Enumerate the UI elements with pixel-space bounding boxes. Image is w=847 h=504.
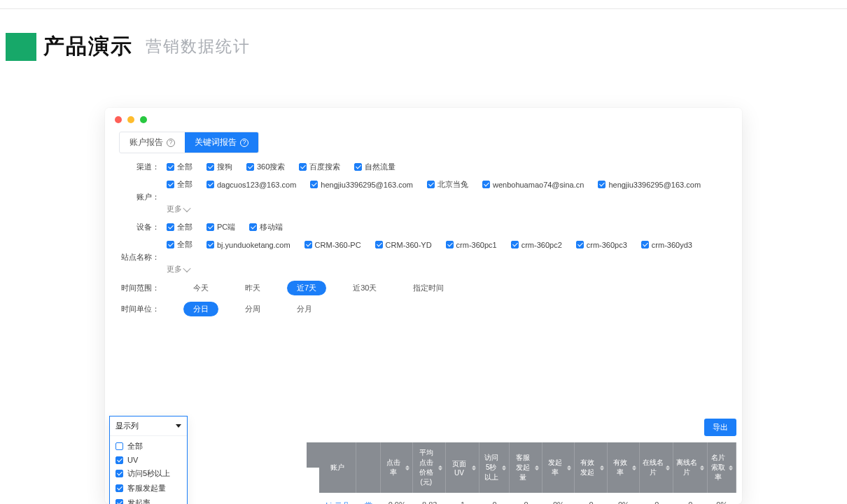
close-icon[interactable]: [115, 116, 122, 123]
checkbox-icon: [375, 241, 383, 248]
table-header[interactable]: 页面UV: [446, 442, 479, 493]
table-header-label: 账户: [330, 463, 344, 472]
filter-option-label: dagcuos123@163.com: [217, 181, 296, 189]
checkbox-icon: [304, 241, 312, 248]
pill-option[interactable]: 今天: [183, 281, 218, 295]
filter-label: 时间单位：: [119, 304, 160, 314]
filter-option-label: bj.yunduoketang.com: [217, 241, 290, 249]
brand-block: [6, 33, 36, 61]
maximize-icon[interactable]: [140, 116, 147, 123]
table-header[interactable]: 有效率: [608, 442, 640, 493]
filter-option[interactable]: 北京当兔: [427, 179, 468, 190]
filter-option[interactable]: 全部: [167, 239, 192, 250]
help-icon[interactable]: ?: [167, 139, 175, 147]
more-link[interactable]: 更多: [167, 264, 190, 274]
filter-option[interactable]: CRM-360-PC: [304, 241, 361, 249]
filter-option-label: 移动端: [260, 222, 283, 232]
pill-option[interactable]: 昨天: [235, 281, 270, 295]
column-option-label: 访问5秒以上: [127, 468, 170, 479]
more-link[interactable]: 更多: [167, 204, 190, 214]
checkbox-icon: [115, 470, 123, 477]
table-header[interactable]: [356, 442, 381, 493]
column-option[interactable]: 发起率: [110, 496, 187, 504]
filter-option[interactable]: crm-360pc2: [511, 241, 562, 249]
pill-option[interactable]: 近7天: [287, 281, 326, 295]
pill-option[interactable]: 近30天: [343, 281, 386, 295]
table-row: bj-云朵课堂堂0.9%8.831000%00%000%: [319, 493, 736, 504]
table-header-label: 有效率: [610, 458, 630, 477]
filter-option[interactable]: 全部: [167, 162, 192, 172]
checkbox-icon: [206, 181, 214, 188]
filter-option[interactable]: CRM-360-YD: [375, 241, 432, 249]
table-header-label: 点击率: [384, 458, 403, 477]
filter-option[interactable]: PC端: [206, 222, 235, 232]
filter-option-label: PC端: [217, 222, 235, 232]
filter-option[interactable]: 自然流量: [354, 162, 396, 172]
pill-option[interactable]: 分月: [287, 302, 322, 316]
checkbox-icon: [115, 442, 123, 450]
window-controls: [105, 108, 742, 129]
minimize-icon[interactable]: [127, 116, 134, 123]
filter-option[interactable]: wenbohuamao74@sina.cn: [482, 181, 584, 189]
filter-option[interactable]: bj.yunduoketang.com: [206, 241, 290, 249]
sort-icon: [502, 465, 506, 470]
filter-option[interactable]: 全部: [167, 222, 192, 232]
filter-option[interactable]: crm-360pc3: [576, 241, 627, 249]
table-header[interactable]: 客服发起量: [510, 442, 542, 493]
filter-option-label: 全部: [177, 222, 192, 232]
filter-option[interactable]: hengjiu3396295@163.com: [598, 181, 701, 189]
pill-option[interactable]: 指定时间: [403, 281, 454, 295]
filter-option[interactable]: 百度搜索: [299, 162, 340, 172]
filter-option[interactable]: crm-360yd3: [641, 241, 692, 249]
checkbox-icon: [427, 181, 435, 188]
checkbox-icon: [167, 223, 174, 231]
sort-icon: [700, 465, 704, 470]
filter-option-label: 北京当兔: [438, 179, 468, 190]
filter-option-label: 自然流量: [365, 162, 396, 172]
column-option[interactable]: 全部: [110, 439, 187, 454]
export-button[interactable]: 导出: [704, 419, 736, 436]
table-header[interactable]: 点击率: [381, 442, 413, 493]
table-header[interactable]: 平均点击价格(元): [413, 442, 445, 493]
column-selector-dropdown[interactable]: 显示列 全部UV访问5秒以上客服发起量发起率有效发起有效率在线名片离线名片名片索…: [109, 416, 188, 504]
table-header[interactable]: 名片索取率: [708, 442, 736, 493]
filter-option-label: 搜狗: [217, 162, 232, 172]
checkbox-icon: [167, 163, 174, 171]
column-option[interactable]: 客服发起量: [110, 481, 187, 496]
table-cell: 8.83: [413, 493, 445, 504]
help-icon[interactable]: ?: [240, 139, 248, 147]
filter-option[interactable]: 全部: [167, 179, 192, 190]
filter-option[interactable]: hengjiu3396295@163.com: [310, 181, 413, 189]
table-cell: 0: [640, 493, 673, 504]
table-cell: 0: [510, 493, 542, 504]
table-header[interactable]: 访问5秒以上: [479, 442, 510, 493]
column-option-label: UV: [127, 456, 138, 464]
filter-option-label: CRM-360-PC: [315, 241, 361, 249]
table-cell[interactable]: bj-云朵课堂: [319, 493, 356, 504]
table-header[interactable]: 账户: [319, 442, 356, 493]
tab-keyword-report[interactable]: 关键词报告 ?: [185, 132, 258, 153]
pill-option[interactable]: 分周: [235, 302, 270, 316]
filter-option[interactable]: 移动端: [249, 222, 283, 232]
table-header-label: 离线名片: [676, 458, 697, 477]
filter-option[interactable]: 搜狗: [206, 162, 232, 172]
checkbox-icon: [576, 241, 584, 248]
column-option[interactable]: UV: [110, 454, 187, 466]
column-option-label: 全部: [127, 441, 143, 451]
top-divider: [0, 8, 847, 9]
table-header[interactable]: 有效发起: [575, 442, 607, 493]
table-header[interactable]: 在线名片: [640, 442, 673, 493]
filter-option-label: hengjiu3396295@163.com: [608, 181, 701, 189]
column-option[interactable]: 访问5秒以上: [110, 466, 187, 481]
filter-option-label: crm-360pc2: [522, 241, 562, 249]
filter-option[interactable]: dagcuos123@163.com: [206, 181, 296, 189]
pill-option[interactable]: 分日: [183, 302, 218, 316]
table-header[interactable]: 离线名片: [673, 442, 707, 493]
table-header-label: 访问5秒以上: [482, 453, 500, 482]
tab-account-report[interactable]: 账户报告 ?: [120, 132, 185, 153]
column-option-label: 发起率: [127, 498, 150, 504]
filter-option[interactable]: 360搜索: [246, 162, 285, 172]
table-header[interactable]: 发起率: [542, 442, 575, 493]
filter-option[interactable]: crm-360pc1: [446, 241, 497, 249]
filter-option-label: 全部: [177, 179, 192, 190]
